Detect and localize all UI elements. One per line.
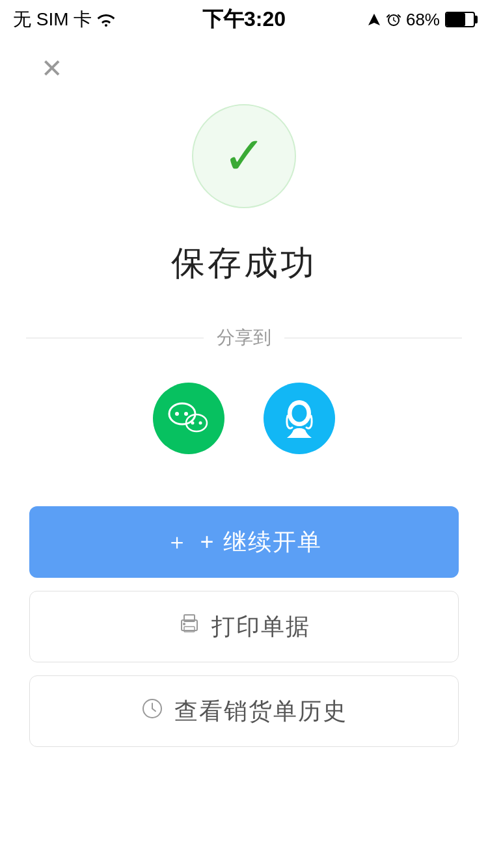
divider-left <box>26 338 204 338</box>
wechat-share-button[interactable] <box>153 383 224 454</box>
location-icon <box>367 12 381 27</box>
continue-button[interactable]: ＋ + 继续开单 <box>29 506 459 578</box>
close-icon: ✕ <box>41 55 63 81</box>
alarm-icon <box>386 12 401 27</box>
history-icon <box>141 697 164 726</box>
qq-icon <box>279 396 319 441</box>
continue-label: + 继续开单 <box>200 526 321 558</box>
close-button[interactable]: ✕ <box>33 49 72 88</box>
share-label: 分享到 <box>217 325 271 350</box>
print-label: 打印单据 <box>211 611 310 643</box>
svg-point-12 <box>301 410 305 414</box>
history-button[interactable]: 查看销货单历史 <box>29 675 459 747</box>
status-right: 68% <box>367 10 475 30</box>
svg-point-3 <box>184 412 188 416</box>
svg-point-2 <box>175 412 179 416</box>
status-time: 下午3:20 <box>202 5 286 34</box>
share-divider: 分享到 <box>26 325 462 350</box>
qq-share-button[interactable] <box>264 383 335 454</box>
svg-point-17 <box>183 623 185 625</box>
share-icons <box>153 383 335 454</box>
divider-right <box>284 338 462 338</box>
battery-icon <box>445 12 475 27</box>
battery-percent: 68% <box>406 10 440 30</box>
svg-point-1 <box>169 403 195 424</box>
print-button[interactable]: 打印单据 <box>29 591 459 662</box>
print-icon <box>178 612 201 641</box>
checkmark-icon: ✓ <box>223 130 266 182</box>
status-left: 无 SIM 卡 <box>13 7 115 32</box>
svg-point-11 <box>293 410 297 414</box>
action-buttons: ＋ + 继续开单 打印单据 查看销货单历史 <box>29 506 459 747</box>
sim-text: 无 SIM 卡 <box>13 7 92 32</box>
plus-icon: ＋ <box>166 527 189 557</box>
main-content: ✓ 保存成功 分享到 <box>0 39 488 747</box>
svg-point-5 <box>191 422 195 425</box>
success-circle: ✓ <box>192 104 296 208</box>
wifi-icon <box>97 12 115 27</box>
success-title: 保存成功 <box>171 241 317 286</box>
history-label: 查看销货单历史 <box>174 696 347 727</box>
svg-point-6 <box>199 422 202 425</box>
status-bar: 无 SIM 卡 下午3:20 68% <box>0 0 488 39</box>
wechat-icon <box>167 400 211 437</box>
